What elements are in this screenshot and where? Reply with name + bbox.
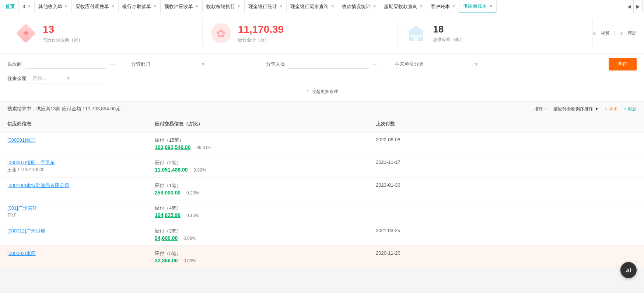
dept-label: 分管部门 (131, 61, 150, 68)
help-link[interactable]: 帮助 (628, 30, 637, 37)
table-header: 供应商信息 应付交易信息（占比） 上次付数 (0, 116, 644, 132)
nav-tab-bank[interactable]: 银行存取款单 ✕ (119, 0, 161, 13)
trans-label: 应付（15笔） (155, 137, 376, 144)
lastpay-cell: 2023-01-30 (376, 182, 637, 188)
transaction-cell: 应付（2笔） 11,051,486.00 9.89% (155, 159, 376, 173)
close-icon[interactable]: ✕ (195, 4, 199, 9)
nav-tab-cash-flow[interactable]: 现金银行流水查询 ✕ (287, 0, 338, 13)
svg-marker-1 (407, 25, 424, 31)
table-row: [001]广州荣轩 仔仔 应付（4笔） 164,635.90 0.15% (0, 200, 644, 223)
close-icon[interactable]: ✕ (111, 4, 115, 9)
trans-label: 应付（2笔） (155, 159, 376, 166)
sort-label: 排序： (534, 106, 547, 112)
balance-select[interactable]: 选择... ▼ (29, 73, 103, 83)
search-button[interactable]: 查询 (609, 58, 637, 70)
trans-amount[interactable]: 94,600.00 (155, 235, 178, 241)
person-dots-icon[interactable]: ··· (373, 61, 378, 68)
close-icon[interactable]: ✕ (153, 4, 157, 9)
supplier-input[interactable] (25, 60, 106, 69)
dept-select[interactable]: ▼ (153, 61, 249, 68)
trans-amount[interactable]: 11,051,486.00 (155, 167, 188, 173)
close-icon[interactable]: ✕ (420, 4, 423, 9)
trans-label: 应付（5笔） (155, 250, 376, 257)
refresh-icon: ○ (624, 106, 626, 111)
nav-tab-adjustment[interactable]: 应收应付调整单 ✕ (72, 0, 119, 13)
export-button[interactable]: ○ 导出 (605, 106, 618, 112)
trans-amount[interactable]: 32,366.00 (155, 258, 178, 263)
supplier-label: 供应商 (7, 61, 22, 68)
nav-tab-customer[interactable]: 客户账本 ✕ (427, 0, 459, 13)
payable-suppliers-label: 总应付供应商（家） (43, 37, 83, 43)
col-header-transaction: 应付交易信息（占比） (155, 121, 376, 127)
nav-tab-receivables[interactable]: 收款核销执行 ✕ (203, 0, 245, 13)
transaction-cell: 应付（1笔） 258,000.00 0.23% (155, 182, 376, 196)
supplier-link[interactable]: [000002]李四 (7, 250, 155, 257)
nav-tab-overdue[interactable]: 超期应收款查询 ✕ (380, 0, 427, 13)
nav-bar: 首页 3 ✕ 其他收入单 ✕ 应收应付调整单 ✕ 银行存取款单 ✕ 预收冲应收单… (0, 0, 644, 13)
person-label: 分管人员 (266, 61, 285, 68)
close-icon[interactable]: ✕ (27, 4, 31, 9)
supplier-dots-icon[interactable]: ··· (109, 61, 114, 68)
close-icon[interactable]: ✕ (373, 4, 376, 9)
unit-select[interactable]: ▼ (427, 61, 522, 68)
nav-tab-cash-stat[interactable]: 现金银行统计 ✕ (245, 0, 287, 13)
filter-supplier: 供应商 ··· (7, 60, 114, 69)
collapse-button[interactable]: ⌃ 收起更多条件 (7, 86, 637, 97)
supplier-link[interactable]: [001]广州荣轩 (7, 205, 155, 211)
nav-tab-3[interactable]: 3 ✕ (19, 0, 35, 13)
lastpay-cell: 2021-03-25 (376, 228, 637, 233)
summary-section: ❖ 13 总应付供应商（家） ✿ 11,170.39 应付合计（万） (0, 13, 644, 54)
supplier-link[interactable]: [000100]本特勒油品有限公司 (7, 182, 155, 189)
refresh-button[interactable]: ○ 刷新 (624, 106, 637, 112)
trans-amount[interactable]: 258,000.00 (155, 190, 181, 196)
person-input[interactable] (288, 60, 369, 69)
supplier-link[interactable]: [000007]恒旺二手叉车 (7, 159, 155, 166)
close-icon[interactable]: ✕ (279, 4, 283, 9)
nav-prev-arrow[interactable]: ◀ (625, 0, 634, 13)
filter-dept: 分管部门 ▼ (131, 61, 249, 68)
svg-rect-4 (419, 34, 422, 37)
close-icon[interactable]: ✕ (331, 4, 334, 9)
chevron-down-icon: ▼ (475, 62, 519, 66)
trans-amount[interactable]: 100,092,540.00 (155, 144, 190, 150)
flower-icon: ✿ (210, 22, 232, 44)
trans-percent: 9.89% (194, 168, 206, 173)
lastpay-cell: 2021-11-17 (376, 159, 637, 165)
trans-label: 应付（2笔） (155, 228, 376, 234)
filter-unit-class: 往来单位分类 ▼ (395, 61, 522, 68)
total-suppliers-number: 18 (433, 24, 464, 35)
nav-tab-other-income[interactable]: 其他收入单 ✕ (35, 0, 72, 13)
results-bar: 搜索结果中，供应商13家 应付金额 111,703,854.00元 排序： 按应… (0, 102, 644, 116)
supplier-link[interactable]: [000001]张三 (7, 137, 155, 144)
table-row: [000100]本特勒油品有限公司 应付（1笔） 258,000.00 0.23… (0, 178, 644, 200)
nav-tab-supplier-active[interactable]: 供应商账本 ✕ (459, 0, 497, 13)
export-icon: ○ (605, 106, 608, 111)
store-icon (405, 22, 427, 44)
supplier-cell: [000100]本特勒油品有限公司 (7, 182, 155, 189)
transaction-cell: 应付（15笔） 100,092,540.00 89.61% (155, 137, 376, 150)
nav-home[interactable]: 首页 (1, 0, 19, 13)
trans-percent: 0.15% (186, 213, 199, 218)
close-icon[interactable]: ✕ (452, 4, 455, 9)
trans-amount[interactable]: 164,635.90 (155, 212, 181, 218)
nav-next-arrow[interactable]: ▶ (634, 0, 643, 13)
svg-rect-2 (413, 35, 419, 41)
trans-percent: 0.03% (183, 258, 196, 263)
sort-select[interactable]: 按应付余额倒序排序 ▼ (553, 106, 599, 112)
table-row: [000012]广州贝瑞 应付（2笔） 94,600.00 0.08% 2021… (0, 223, 644, 246)
transaction-cell: 应付（4笔） 164,635.90 0.15% (155, 205, 376, 218)
nav-tab-prepay[interactable]: 预收冲应收单 ✕ (161, 0, 203, 13)
results-actions: 排序： 按应付余额倒序排序 ▼ ○ 导出 ○ 刷新 (534, 106, 637, 112)
nav-tab-collection-stat[interactable]: 收款情况统计 ✕ (338, 0, 380, 13)
supplier-cell: [001]广州荣轩 仔仔 (7, 205, 155, 218)
supplier-link[interactable]: [000012]广州贝瑞 (7, 228, 155, 234)
close-icon[interactable]: ✕ (64, 4, 68, 9)
video-link[interactable]: 视频 (601, 30, 610, 37)
trans-percent: 0.08% (183, 236, 196, 241)
chevron-down-icon: ▼ (66, 76, 100, 80)
payable-suppliers-number: 13 (43, 23, 83, 36)
supplier-cell: [000001]张三 (7, 137, 155, 144)
close-icon[interactable]: ✕ (237, 4, 241, 9)
summary-info-total: 11,170.39 应付合计（万） (238, 23, 284, 44)
close-icon[interactable]: ✕ (489, 4, 493, 8)
